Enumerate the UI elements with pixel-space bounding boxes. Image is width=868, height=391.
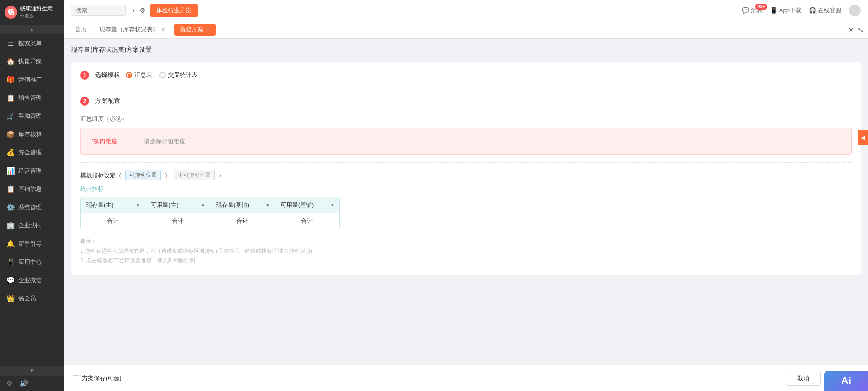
main-area: ▾ ⚙ 体验行业方案 💬 消息 99+ 📱 App下载 🎧 在线客服 首页 [64, 0, 868, 391]
headset-icon: 🎧 [809, 7, 816, 14]
topbar-left: ▾ ⚙ 体验行业方案 [71, 4, 198, 17]
tab-new-close[interactable]: ✕ [206, 27, 210, 33]
radio-summary[interactable]: 汇总表 [126, 71, 152, 79]
sidebar-item-quick-nav[interactable]: 🏠快捷导航 [0, 52, 64, 71]
enterprise-icon: 🏢 [6, 221, 15, 230]
sidebar-item-wechat[interactable]: 💬企业微信 [0, 271, 64, 289]
inventory-label: 库存核算 [18, 130, 42, 139]
sidebar-item-marketing[interactable]: 🎁营销推广 [0, 71, 64, 89]
online-service-label: 在线客服 [818, 6, 842, 15]
cancel-button[interactable]: 取消 [786, 371, 821, 386]
sidebar-item-search-menu[interactable]: ☰搜索菜单 [0, 34, 64, 52]
tab-inventory-status[interactable]: 现存量（库存状况表） ✕ [93, 21, 172, 38]
col-dropdown-icon[interactable]: ▾ [202, 202, 204, 208]
topbar-dropdown[interactable]: ▾ [130, 7, 135, 14]
app-download-label: App下载 [779, 6, 802, 15]
member-label: 畅会员 [18, 294, 36, 303]
operations-label: 经营管理 [18, 167, 42, 175]
sidebar-item-basic-info[interactable]: 📋基础信息 [0, 180, 64, 198]
tab-inventory-close[interactable]: ✕ [161, 27, 165, 33]
radio-cross-circle [159, 72, 166, 78]
sidebar-item-system[interactable]: ⚙️系统管理 [0, 198, 64, 216]
member-icon: 👑 [6, 294, 15, 303]
message-icon: 💬 [742, 7, 749, 14]
stats-col-cell: 合计 [210, 213, 275, 229]
app-logo: 畅 畅康通好生意 标准版 [0, 0, 64, 25]
topbar-right: 💬 消息 99+ 📱 App下载 🎧 在线客服 [742, 5, 861, 16]
app-center-icon: 📱 [6, 258, 15, 266]
close-button[interactable]: ✕ [848, 26, 854, 34]
dimension-box[interactable]: *纵向维度 —— 请选择分组维度 [80, 128, 852, 155]
sidebar-item-finance[interactable]: 💰资金管理 [0, 144, 64, 162]
ai-badge[interactable]: Ai [824, 371, 868, 391]
search-input[interactable] [71, 5, 126, 16]
dimension-arrow: —— [125, 138, 137, 145]
indicator-close-paren: ） [219, 171, 225, 180]
new-guide-label: 新手引导 [18, 240, 42, 248]
sidebar-item-purchase[interactable]: 🛒采购管理 [0, 107, 64, 125]
sidebar-item-operations[interactable]: 📊经营管理 [0, 162, 64, 180]
save-checkbox[interactable] [73, 375, 79, 381]
sidebar-item-enterprise[interactable]: 🏢企业协同 [0, 216, 64, 235]
app-tag: 标准版 [20, 13, 53, 19]
volume-icon[interactable]: 🔊 [20, 379, 28, 387]
stats-table: 现存量(主)▾可用量(主)▾现存量(基辅)▾可用量(基辅)▾ 合计合计合计合计 [80, 197, 340, 229]
step2-title: 方案配置 [95, 97, 120, 105]
radio-cross-label: 交叉统计表 [168, 71, 198, 79]
phone-icon: 📱 [770, 7, 777, 14]
sidebar-item-new-guide[interactable]: 🔔新手引导 [0, 235, 64, 253]
message-item[interactable]: 💬 消息 99+ [742, 6, 763, 15]
tips-section: 提示：1.拖动标题栏可以调整布局，不可跨维度或指标区域拖动(只能在同一维度或指标… [80, 237, 852, 266]
settings-card: 1 选择模板 汇总表 交叉统计表 2 方案配置 [71, 62, 861, 275]
col-label: 可用量(主) [151, 201, 179, 209]
app-download-item[interactable]: 📱 App下载 [770, 6, 802, 15]
stats-section-title: 统计指标 [80, 185, 852, 193]
sidebar-scroll-up[interactable]: ▲ [0, 25, 64, 34]
sidebar-item-sales[interactable]: 📋销售管理 [0, 89, 64, 107]
col-dropdown-icon[interactable]: ▾ [266, 202, 269, 208]
system-icon: ⚙️ [6, 203, 15, 211]
sidebar-item-inventory[interactable]: 📦库存核算 [0, 125, 64, 144]
sidebar-item-app-center[interactable]: 📱应用中心 [0, 253, 64, 271]
purchase-icon: 🛒 [6, 112, 15, 120]
trial-button[interactable]: 体验行业方案 [150, 4, 198, 17]
col-dropdown-icon[interactable]: ▾ [137, 202, 139, 208]
draggable-tag: 可拖动位置 [125, 170, 161, 180]
enterprise-label: 企业协同 [18, 221, 42, 230]
divider2 [80, 162, 852, 163]
topbar: ▾ ⚙ 体验行业方案 💬 消息 99+ 📱 App下载 🎧 在线客服 [64, 0, 868, 21]
stats-col-header[interactable]: 现存量(基辅)▾ [210, 197, 275, 213]
tab-new-plan[interactable]: 新建方案 ✕ [174, 24, 216, 36]
col-dropdown-icon[interactable]: ▾ [331, 202, 334, 208]
user-avatar[interactable] [849, 5, 861, 16]
step2-row: 2 方案配置 [80, 97, 852, 106]
sidebar-item-member[interactable]: 👑畅会员 [0, 289, 64, 308]
stats-col-header[interactable]: 现存量(主)▾ [81, 197, 145, 213]
step2-badge: 2 [80, 97, 89, 106]
expand-button[interactable]: ⤡ [858, 26, 863, 34]
right-panel-hint[interactable]: ◀ [858, 130, 868, 145]
search-menu-icon: ☰ [6, 39, 15, 47]
dimension-required-label: 汇总维度（必选） [80, 115, 852, 123]
col-label: 可用量(基辅) [281, 201, 314, 209]
stats-col-header[interactable]: 可用量(主)▾ [145, 197, 210, 213]
sidebar-scroll-down[interactable]: ▼ [0, 366, 64, 375]
purchase-label: 采购管理 [18, 112, 42, 120]
step1-badge: 1 [80, 71, 89, 80]
online-service-item[interactable]: 🎧 在线客服 [809, 6, 842, 15]
stats-col-header[interactable]: 可用量(基辅)▾ [275, 197, 339, 213]
sidebar: 畅 畅康通好生意 标准版 ▲ ☰搜索菜单🏠快捷导航🎁营销推广📋销售管理🛒采购管理… [0, 0, 64, 391]
stats-table-row: 合计合计合计合计 [81, 213, 339, 229]
radio-summary-circle [126, 72, 132, 78]
basic-info-label: 基础信息 [18, 185, 42, 193]
tab-home[interactable]: 首页 [68, 21, 93, 38]
radio-cross[interactable]: 交叉统计表 [159, 71, 198, 79]
gear-button[interactable]: ⚙ [139, 6, 145, 15]
template-radio-group: 汇总表 交叉统计表 [126, 71, 198, 79]
indicator-label: 模板指标设定（ 可拖动位置 ） 不可拖动位置 ） [80, 170, 852, 180]
settings-icon[interactable]: ⚙ [6, 379, 12, 387]
tabs-bar: 首页 现存量（库存状况表） ✕ 新建方案 ✕ ✕ ⤡ [64, 21, 868, 39]
app-center-label: 应用中心 [18, 258, 42, 266]
tab-inventory-label: 现存量（库存状况表） [99, 26, 158, 34]
bottom-bar: 方案保存(可选) 取消 查询 [64, 365, 868, 391]
